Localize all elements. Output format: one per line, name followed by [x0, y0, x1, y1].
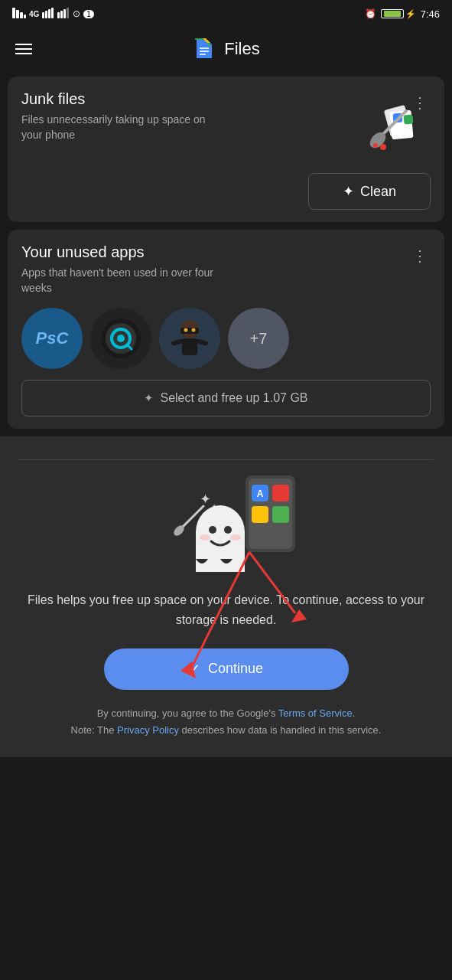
svg-rect-21: [403, 114, 413, 124]
select-free-label: Select and free up 1.07 GB: [160, 391, 307, 405]
svg-rect-10: [63, 9, 66, 18]
status-bar: 4G ⊙ 1 ⏰ ⚡ 7:46: [0, 0, 452, 28]
status-left: 4G ⊙ 1: [12, 8, 94, 20]
continue-button-label: Continue: [208, 661, 263, 677]
modal-description: Files helps you free up space on your de…: [18, 590, 434, 629]
junk-card-title: Junk files: [21, 90, 220, 108]
bottom-modal: ✦ ✦: [0, 436, 452, 756]
battery-indicator: ⚡: [381, 9, 416, 19]
wifi-icon: [12, 8, 26, 20]
svg-rect-51: [272, 485, 289, 501]
app-logo: Files: [192, 37, 259, 61]
app-icon-more[interactable]: +7: [228, 308, 289, 369]
charging-icon: ⚡: [405, 9, 416, 19]
junk-card-text: Junk files Files unnecessarily taking up…: [21, 90, 220, 142]
notification-badge: 1: [83, 10, 94, 18]
svg-point-34: [184, 328, 188, 332]
privacy-policy-link[interactable]: Privacy Policy: [117, 724, 179, 736]
ghost-mascot: [188, 503, 253, 575]
select-free-button[interactable]: ✦ Select and free up 1.07 GB: [21, 380, 431, 416]
junk-card-subtitle: Files unnecessarily taking up space on y…: [21, 113, 220, 142]
second-signal: [57, 8, 70, 20]
location-icon: ⊙: [73, 8, 80, 19]
apps-card-text: Your unused apps Apps that haven't been …: [21, 243, 220, 296]
select-sparkle-icon: ✦: [144, 391, 154, 405]
svg-rect-53: [272, 506, 289, 523]
svg-rect-8: [57, 12, 60, 18]
svg-text:A: A: [256, 488, 263, 499]
svg-rect-15: [200, 54, 206, 55]
phone-illustration: A: [246, 475, 295, 555]
terms-of-service-link[interactable]: Terms of Service: [278, 707, 353, 719]
svg-rect-4: [42, 12, 44, 18]
app-icon-photoshop[interactable]: PsC: [21, 308, 83, 369]
svg-rect-14: [200, 51, 209, 52]
app-title: Files: [224, 39, 259, 59]
apps-card-header: Your unused apps Apps that haven't been …: [21, 243, 431, 296]
svg-point-45: [200, 534, 210, 541]
svg-rect-0: [12, 8, 15, 18]
svg-rect-9: [60, 11, 63, 18]
svg-point-29: [117, 335, 125, 342]
apps-card-more-button[interactable]: ⋮: [409, 243, 431, 268]
clean-button-label: Clean: [360, 184, 396, 200]
terms-suffix: describes how data is handled in this se…: [182, 724, 382, 736]
unused-apps-card: Your unused apps Apps that haven't been …: [8, 230, 444, 429]
terms-prefix: By continuing, you agree to the Google's: [97, 707, 276, 719]
clean-sparkle-icon: ✦: [343, 183, 354, 200]
svg-rect-3: [24, 15, 26, 18]
time-display: 7:46: [421, 8, 440, 20]
svg-rect-36: [182, 338, 197, 355]
network-type: 4G: [29, 10, 39, 18]
top-nav: Files: [0, 28, 452, 70]
junk-files-card: Junk files Files unnecessarily taking up…: [8, 77, 444, 222]
junk-illustration: [364, 92, 429, 157]
svg-rect-33: [180, 328, 199, 334]
svg-point-46: [230, 534, 241, 541]
svg-rect-6: [48, 9, 50, 18]
svg-point-24: [380, 144, 386, 150]
app-icons-row: PsC: [21, 308, 431, 369]
hamburger-menu[interactable]: [15, 44, 32, 54]
svg-point-35: [192, 328, 196, 332]
continue-button[interactable]: ✓ Continue: [104, 648, 349, 690]
terms-text-block: By continuing, you agree to the Google's…: [63, 705, 389, 739]
apps-card-title: Your unused apps: [21, 243, 220, 261]
modal-illustration: ✦ ✦: [158, 475, 295, 575]
overlay-divider: [18, 459, 434, 460]
more-count-label: +7: [250, 330, 268, 348]
psc-label: PsC: [36, 328, 69, 348]
app-icon-game[interactable]: [159, 308, 220, 369]
svg-rect-13: [200, 47, 209, 49]
svg-point-25: [373, 143, 378, 148]
clean-button[interactable]: ✦ Clean: [308, 173, 431, 210]
files-logo-icon: [192, 37, 216, 61]
svg-rect-11: [67, 8, 69, 18]
signal-bars: [42, 8, 54, 20]
svg-rect-7: [51, 8, 54, 18]
svg-point-44: [224, 526, 232, 534]
svg-point-43: [209, 526, 216, 534]
status-right: ⏰ ⚡ 7:46: [365, 8, 440, 20]
apps-card-subtitle: Apps that haven't been used in over four…: [21, 266, 220, 296]
svg-rect-1: [16, 10, 19, 18]
alarm-icon: ⏰: [365, 8, 376, 19]
check-icon: ✓: [189, 661, 200, 678]
svg-rect-5: [45, 11, 47, 18]
svg-rect-52: [252, 506, 268, 523]
app-icon-quill[interactable]: [90, 308, 151, 369]
svg-rect-2: [20, 12, 23, 18]
